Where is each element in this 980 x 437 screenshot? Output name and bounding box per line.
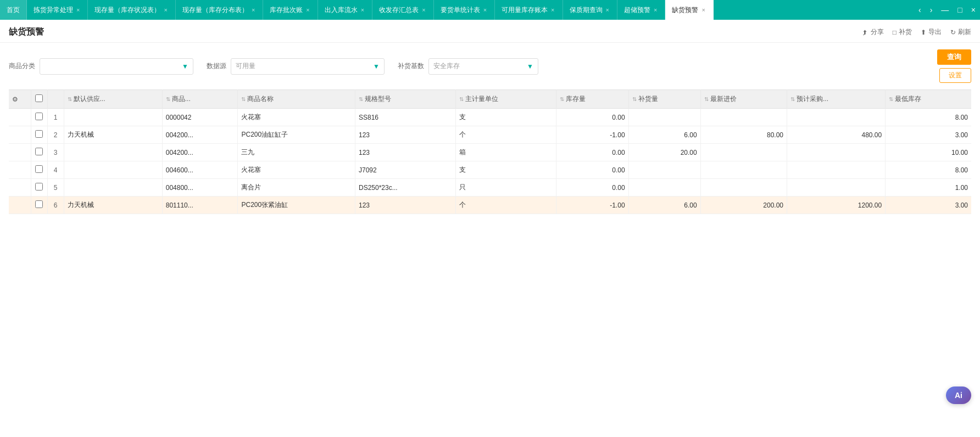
replenish-base-filter: 补货基数 安全库存 ▼: [398, 58, 538, 75]
tab-close-icon-6[interactable]: ×: [421, 7, 426, 13]
sort-icon: ⇅: [359, 96, 363, 102]
row-supplier-4: [64, 179, 162, 197]
page-header: 缺货预警 ⮭ 分享 □ 补货 ⬆ 导出 ↻ 刷新: [0, 20, 980, 43]
sort-icon: ⇅: [560, 96, 564, 102]
replenish-icon: □: [893, 29, 897, 36]
nav-tab-0[interactable]: 首页: [0, 0, 27, 20]
row-supplier-1: 力天机械: [64, 126, 162, 144]
select-all-checkbox[interactable]: [35, 94, 43, 102]
row-stock-5: -1.00: [556, 197, 628, 214]
row-min-stock-5: 3.00: [886, 197, 971, 214]
row-checkbox-cell-3[interactable]: [31, 161, 47, 179]
query-button[interactable]: 查询: [937, 49, 971, 65]
nav-tab-9[interactable]: 保质期查询×: [563, 0, 617, 20]
maximize-button[interactable]: □: [953, 0, 966, 20]
row-checkbox-cell-5[interactable]: [31, 197, 47, 214]
tab-close-icon-1[interactable]: ×: [75, 7, 81, 13]
row-checkbox-2[interactable]: [35, 148, 43, 155]
row-replenish-qty-5: 6.00: [628, 197, 700, 214]
product-category-select[interactable]: ▼: [40, 58, 193, 75]
row-checkbox-4[interactable]: [35, 183, 43, 191]
nav-tab-5[interactable]: 出入库流水×: [318, 0, 372, 20]
refresh-icon: ↻: [950, 29, 956, 36]
tab-close-icon-2[interactable]: ×: [163, 7, 168, 13]
col-replenish-qty[interactable]: ⇅ 补货量: [628, 90, 700, 109]
row-latest-price-0: [700, 109, 787, 126]
row-min-stock-2: 10.00: [886, 144, 971, 161]
col-product-name[interactable]: ⇅ 商品名称: [238, 90, 355, 109]
row-checkbox-cell-2[interactable]: [31, 144, 47, 161]
row-spec-1: 123: [355, 126, 455, 144]
tab-close-icon-9[interactable]: ×: [605, 7, 610, 13]
export-button[interactable]: ⬆ 导出: [921, 27, 942, 37]
ai-button[interactable]: Ai: [946, 386, 971, 404]
close-button[interactable]: ×: [967, 0, 980, 20]
col-stock[interactable]: ⇅ 库存量: [556, 90, 628, 109]
tab-close-icon-4[interactable]: ×: [305, 7, 310, 13]
row-num-4: 5: [47, 179, 64, 197]
row-checkbox-cell-4[interactable]: [31, 179, 47, 197]
product-category-chevron-icon: ▼: [182, 63, 188, 70]
row-unit-0: 支: [455, 109, 556, 126]
tab-close-icon-3[interactable]: ×: [250, 7, 256, 13]
tab-close-icon-11[interactable]: ×: [700, 7, 706, 13]
row-checkbox-0[interactable]: [35, 113, 43, 120]
row-unit-1: 个: [455, 126, 556, 144]
tab-close-icon-10[interactable]: ×: [653, 7, 658, 13]
row-checkbox-5[interactable]: [35, 200, 43, 208]
tab-close-icon-8[interactable]: ×: [550, 7, 555, 13]
row-supplier-2: [64, 144, 162, 161]
col-gear[interactable]: ⚙: [9, 90, 31, 109]
nav-tab-7[interactable]: 要货单统计表×: [434, 0, 495, 20]
col-spec[interactable]: ⇅ 规格型号: [355, 90, 455, 109]
row-stock-1: -1.00: [556, 126, 628, 144]
col-est-purchase[interactable]: ⇅ 预计采购...: [787, 90, 886, 109]
replenish-base-select[interactable]: 安全库存 ▼: [428, 58, 538, 75]
row-product-code-3: 004600...: [162, 161, 238, 179]
filter-right: 查询 设置: [937, 49, 971, 83]
share-button[interactable]: ⮭ 分享: [862, 27, 884, 37]
nav-tab-1[interactable]: 拣货异常处理×: [27, 0, 88, 20]
col-latest-price[interactable]: ⇅ 最新进价: [700, 90, 787, 109]
col-unit[interactable]: ⇅ 主计量单位: [455, 90, 556, 109]
col-checkbox-all[interactable]: [31, 90, 47, 109]
nav-tab-4[interactable]: 库存批次账×: [263, 0, 318, 20]
row-gear-2: [9, 144, 31, 161]
row-latest-price-5: 200.00: [700, 197, 787, 214]
nav-tab-10[interactable]: 超储预警×: [617, 0, 665, 20]
row-est-purchase-3: [787, 161, 886, 179]
row-min-stock-3: 8.00: [886, 161, 971, 179]
row-product-code-4: 004800...: [162, 179, 238, 197]
row-checkbox-cell-1[interactable]: [31, 126, 47, 144]
row-checkbox-1[interactable]: [35, 130, 43, 138]
replenish-button[interactable]: □ 补货: [893, 27, 912, 37]
refresh-button[interactable]: ↻ 刷新: [950, 27, 971, 37]
nav-prev-arrow[interactable]: ‹: [914, 5, 926, 14]
settings-button[interactable]: 设置: [939, 68, 971, 83]
nav-tab-3[interactable]: 现存量（库存分布表）×: [176, 0, 263, 20]
row-replenish-qty-3: [628, 161, 700, 179]
row-spec-0: SS816: [355, 109, 455, 126]
tab-close-icon-7[interactable]: ×: [482, 7, 488, 13]
product-category-label: 商品分类: [9, 61, 35, 71]
col-supplier[interactable]: ⇅ 默认供应...: [64, 90, 162, 109]
nav-tab-11[interactable]: 缺货预警×: [665, 0, 713, 20]
nav-tab-8[interactable]: 可用量库存账本×: [495, 0, 563, 20]
nav-next-arrow[interactable]: ›: [926, 5, 937, 14]
row-replenish-qty-4: [628, 179, 700, 197]
nav-tab-6[interactable]: 收发存汇总表×: [372, 0, 433, 20]
minimize-button[interactable]: —: [937, 0, 953, 20]
col-min-stock[interactable]: ⇅ 最低库存: [886, 90, 971, 109]
data-source-select[interactable]: 可用量 ▼: [231, 58, 385, 75]
row-checkbox-3[interactable]: [35, 165, 43, 173]
nav-tab-2[interactable]: 现存量（库存状况表）×: [88, 0, 175, 20]
row-checkbox-cell-0[interactable]: [31, 109, 47, 126]
row-product-code-1: 004200...: [162, 126, 238, 144]
row-supplier-5: 力天机械: [64, 197, 162, 214]
row-spec-5: 123: [355, 197, 455, 214]
table-row: 5 004800... 离合片 DS250*23c... 只 0.00 1.00: [9, 179, 971, 197]
row-replenish-qty-2: 20.00: [628, 144, 700, 161]
col-product-code[interactable]: ⇅ 商品...: [162, 90, 238, 109]
share-icon: ⮭: [862, 29, 868, 36]
tab-close-icon-5[interactable]: ×: [360, 7, 365, 13]
